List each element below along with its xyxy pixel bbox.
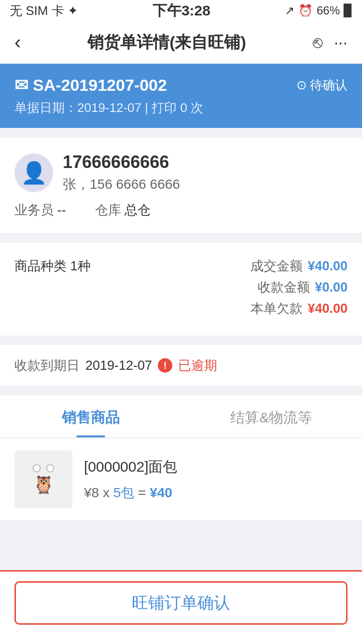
- product-list-item: 🦉 [0000002]面包 ¥8 x 5包 = ¥40: [0, 439, 362, 520]
- owl-logo: 🦉: [32, 464, 55, 495]
- product-thumbnail: 🦉: [14, 450, 72, 508]
- due-amount-value: ¥40.00: [307, 301, 348, 316]
- receipt-amount-value: ¥0.00: [315, 280, 348, 295]
- owl-eye-left: [32, 464, 41, 473]
- owl-body: 🦉: [33, 475, 55, 495]
- warehouse-field: 仓库 总仓: [95, 201, 151, 219]
- summary-card: 商品种类 1种 成交金额 ¥40.00 收款金额 ¥0.00 本单欠款 ¥40.…: [0, 243, 362, 336]
- order-number: ✉ SA-20191207-002: [14, 75, 167, 95]
- alarm-icon: ⏰: [298, 4, 313, 17]
- clock-icon: ⊙: [296, 78, 307, 93]
- overdue-text: 已逾期: [178, 357, 217, 374]
- battery-icon: ▉: [344, 4, 352, 17]
- confirm-order-button[interactable]: 旺铺订单确认: [14, 581, 348, 625]
- due-amount-label: 本单欠款: [251, 300, 303, 317]
- overdue-card: 收款到期日 2019-12-07 ! 已逾期: [0, 345, 362, 386]
- deal-amount-label: 成交金额: [251, 257, 303, 275]
- owl-eye-right: [46, 464, 55, 473]
- product-price: ¥8 x 5包 = ¥40: [84, 484, 348, 502]
- customer-meta: 业务员 -- 仓库 总仓: [14, 201, 348, 219]
- overdue-alert-icon: !: [158, 358, 172, 373]
- order-status: ⊙ 待确认: [296, 77, 348, 94]
- salesperson-field: 业务员 --: [14, 201, 66, 219]
- due-amount-row: 本单欠款 ¥40.00: [251, 300, 348, 317]
- location-icon: ↗: [285, 4, 294, 17]
- owl-eyes: [32, 464, 55, 473]
- summary-right: 成交金额 ¥40.00 收款金额 ¥0.00 本单欠款 ¥40.00: [251, 257, 348, 321]
- more-icon[interactable]: ···: [334, 33, 348, 52]
- order-date: 单据日期：2019-12-07 | 打印 0 次: [14, 99, 348, 116]
- status-right: ↗ ⏰ 66% ▉: [285, 4, 352, 17]
- tab-products[interactable]: 销售商品: [0, 395, 181, 437]
- customer-card: 👤 17666666666 张，156 6666 6666 业务员 -- 仓库 …: [0, 138, 362, 233]
- customer-name: 张，156 6666 6666: [63, 175, 180, 194]
- summary-left: 商品种类 1种: [14, 257, 91, 275]
- product-types: 商品种类 1种: [14, 257, 91, 275]
- customer-info: 17666666666 张，156 6666 6666: [63, 152, 180, 194]
- back-button[interactable]: ‹: [14, 31, 21, 53]
- header-card: ✉ SA-20191207-002 ⊙ 待确认 单据日期：2019-12-07 …: [0, 64, 362, 128]
- order-icon: ✉: [14, 75, 28, 95]
- overdue-label: 收款到期日: [14, 357, 80, 374]
- sim-indicator: 无 SIM 卡 ✦: [10, 2, 78, 19]
- product-name: [0000002]面包: [84, 457, 348, 477]
- product-info: [0000002]面包 ¥8 x 5包 = ¥40: [84, 457, 348, 502]
- tabs-bar: 销售商品 结算&物流等: [0, 395, 362, 438]
- overdue-date: 2019-12-07: [85, 358, 152, 373]
- deal-amount-value: ¥40.00: [307, 259, 348, 274]
- receipt-amount-label: 收款金额: [258, 279, 310, 296]
- share-icon[interactable]: ⎋: [313, 33, 322, 52]
- nav-actions: ⎋ ···: [313, 33, 348, 52]
- status-time: 下午3:28: [153, 1, 210, 21]
- confirm-button-wrap: 旺铺订单确认: [0, 570, 362, 644]
- deal-amount-row: 成交金额 ¥40.00: [251, 257, 348, 275]
- nav-bar: ‹ 销货单详情(来自旺铺) ⎋ ···: [0, 21, 362, 64]
- tab-settlement[interactable]: 结算&物流等: [181, 395, 362, 437]
- status-bar: 无 SIM 卡 ✦ 下午3:28 ↗ ⏰ 66% ▉: [0, 0, 362, 21]
- receipt-amount-row: 收款金额 ¥0.00: [251, 279, 348, 296]
- customer-phone: 17666666666: [63, 152, 180, 172]
- status-left: 无 SIM 卡 ✦: [10, 2, 78, 19]
- battery-indicator: 66%: [317, 4, 340, 17]
- avatar: 👤: [14, 154, 53, 192]
- user-icon: 👤: [21, 160, 47, 185]
- page-title: 销货单详情(来自旺铺): [87, 31, 246, 54]
